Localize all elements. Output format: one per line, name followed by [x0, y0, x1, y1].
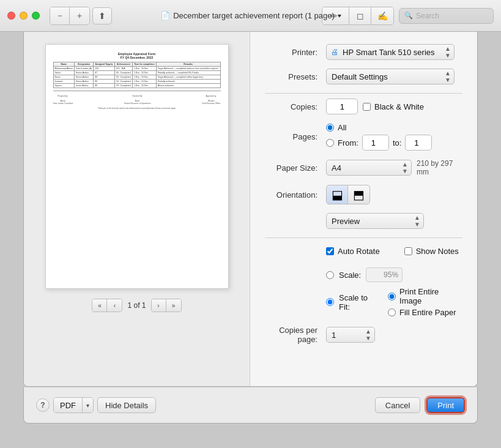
- print-entire-image-row: Print Entire Image: [388, 287, 462, 305]
- minimize-button[interactable]: [20, 12, 28, 20]
- orientation-buttons: ⬓ ⬒: [326, 185, 370, 204]
- table-row: Jaburi Senior Author 87 60 - Completed 1…: [53, 71, 220, 75]
- prev-page-button[interactable]: ‹: [107, 299, 122, 312]
- print-button[interactable]: Print: [426, 397, 465, 413]
- pages-row: Pages: All From: to:: [265, 123, 462, 151]
- presets-select[interactable]: Default Settings: [326, 69, 455, 84]
- cancel-button[interactable]: Cancel: [375, 397, 420, 413]
- window-title: 📄 December target achievement report (1 …: [160, 11, 341, 20]
- paper-size-label: Paper Size:: [265, 163, 326, 173]
- pdf-arrow-icon: ▾: [83, 398, 93, 413]
- auto-rotate-label: Auto Rotate: [338, 247, 380, 256]
- presets-select-wrapper: Default Settings ▲▼: [326, 69, 455, 84]
- copies-per-page-select[interactable]: 1: [326, 327, 375, 343]
- paper-size-row: Paper Size: A4 ▲▼ 210 by 297 mm: [265, 159, 462, 176]
- fill-entire-paper-label: Fill Entire Paper: [399, 308, 456, 317]
- bottom-right: Cancel Print: [375, 397, 465, 413]
- pdf-button[interactable]: PDF ▾: [53, 397, 94, 413]
- print-entire-image-radio[interactable]: [388, 293, 396, 301]
- pages-to-input[interactable]: [405, 135, 432, 151]
- scale-to-fit-label: Scale to Fit:: [339, 293, 380, 312]
- scale-fit-options: Print Entire Image Fill Entire Paper: [388, 287, 462, 317]
- copies-input[interactable]: [326, 99, 358, 114]
- auto-rotate-row: Auto Rotate Show Notes: [265, 243, 462, 259]
- stamp-button[interactable]: ◻: [349, 7, 371, 24]
- scale-row: Scale: Scale to Fit: Print Entire Image: [265, 267, 462, 317]
- scale-section: Scale: Scale to Fit: Print Entire Image: [326, 267, 462, 317]
- pages-to-label: to:: [393, 138, 401, 147]
- last-page-button[interactable]: »: [166, 299, 181, 312]
- pages-radio-group: All From: to:: [326, 123, 432, 151]
- presets-label: Presets:: [265, 72, 326, 81]
- sign-icon: ✍: [377, 11, 388, 21]
- zoom-in-button[interactable]: ＋: [70, 7, 89, 24]
- auto-rotate-control: Auto Rotate Show Notes: [326, 247, 462, 256]
- orientation-control: ⬓ ⬒: [326, 185, 462, 204]
- orientation-label: Orientation:: [265, 190, 326, 200]
- scale-to-fit-radio[interactable]: [326, 298, 334, 306]
- table-row: Jayson Junior Author 80 79 - Completed 1…: [53, 84, 220, 88]
- table-row: Bruce Senior Author 89 33 - Completed 1 …: [53, 75, 220, 80]
- printer-row: Printer: 🖨 HP Smart Tank 510 series ▲▼: [265, 44, 462, 60]
- stamp-icon: ◻: [357, 11, 364, 21]
- printer-control: 🖨 HP Smart Tank 510 series ▲▼: [326, 44, 462, 60]
- scale-radio[interactable]: [326, 271, 334, 279]
- search-box[interactable]: 🔍 Search: [399, 8, 494, 24]
- help-button[interactable]: ?: [36, 398, 50, 412]
- doc-table: Name Designation Assigned Targets Achiev…: [53, 62, 221, 88]
- auto-rotate-checkbox-row: Auto Rotate: [326, 247, 380, 256]
- pages-from-input[interactable]: [362, 135, 389, 151]
- printer-icon: 🖨: [331, 48, 338, 56]
- pages-all-radio[interactable]: [326, 124, 334, 132]
- page-nav-next-group: › »: [151, 299, 182, 312]
- doc-footer: Prepared by:AdminTeam Leader Consultant …: [53, 91, 221, 105]
- black-white-checkbox[interactable]: [363, 103, 371, 111]
- pages-from-row: From: to:: [326, 135, 432, 151]
- black-white-label: Black & White: [374, 102, 424, 111]
- title-bar: － ＋ ⬆ 📄 December target achievement repo…: [0, 0, 501, 32]
- pages-control: All From: to:: [326, 123, 462, 151]
- separator-2: [265, 237, 462, 238]
- paper-size-control: A4 ▲▼ 210 by 297 mm: [326, 159, 462, 176]
- search-icon: 🔍: [404, 12, 413, 20]
- portrait-button[interactable]: ⬓: [326, 185, 348, 204]
- document-preview: Employee Appraisal Form FY Q4 December, …: [45, 44, 229, 289]
- preview-select[interactable]: Preview: [326, 213, 424, 229]
- copies-per-page-select-wrapper: 1 ▲▼: [326, 327, 375, 343]
- copies-per-page-label: Copies per page:: [265, 326, 326, 344]
- pages-label: Pages:: [265, 132, 326, 141]
- auto-rotate-checkbox[interactable]: [326, 247, 334, 255]
- maximize-button[interactable]: [32, 12, 40, 20]
- separator-1: [265, 93, 462, 94]
- pages-all-label: All: [338, 123, 346, 132]
- doc-icon: 📄: [160, 11, 170, 20]
- show-notes-checkbox[interactable]: [404, 247, 412, 255]
- preview-control: Preview ▲▼: [326, 213, 462, 229]
- paper-size-select[interactable]: A4: [326, 160, 412, 176]
- show-notes-checkbox-row: Show Notes: [404, 247, 459, 256]
- next-page-button[interactable]: ›: [152, 299, 166, 312]
- pages-from-radio[interactable]: [326, 139, 334, 147]
- close-button[interactable]: [7, 12, 15, 20]
- pages-all-row: All: [326, 123, 432, 132]
- zoom-out-button[interactable]: －: [50, 7, 70, 24]
- landscape-button[interactable]: ⬒: [348, 185, 370, 204]
- first-page-button[interactable]: «: [92, 299, 107, 312]
- scale-input[interactable]: [366, 267, 403, 282]
- share-button[interactable]: ⬆: [92, 7, 112, 24]
- hide-details-button[interactable]: Hide Details: [97, 397, 156, 413]
- printer-select[interactable]: HP Smart Tank 510 series: [326, 44, 455, 60]
- sign-button[interactable]: ✍: [371, 7, 393, 24]
- black-white-row: Black & White: [363, 102, 424, 111]
- traffic-lights: [7, 12, 40, 20]
- scale-to-fit-row: Scale to Fit: Print Entire Image Fill En…: [326, 287, 462, 317]
- paper-size-dims: 210 by 297 mm: [417, 159, 462, 176]
- landscape-icon: ⬒: [353, 187, 365, 202]
- zoom-out-icon: －: [56, 10, 64, 21]
- portrait-icon: ⬓: [332, 187, 343, 202]
- preview-row: Preview ▲▼: [265, 213, 462, 229]
- copies-per-page-control: 1 ▲▼: [326, 327, 462, 343]
- left-panel: Employee Appraisal Form FY Q4 December, …: [24, 32, 250, 386]
- copies-row: Copies: Black & White: [265, 99, 462, 114]
- fill-entire-paper-radio[interactable]: [388, 308, 396, 316]
